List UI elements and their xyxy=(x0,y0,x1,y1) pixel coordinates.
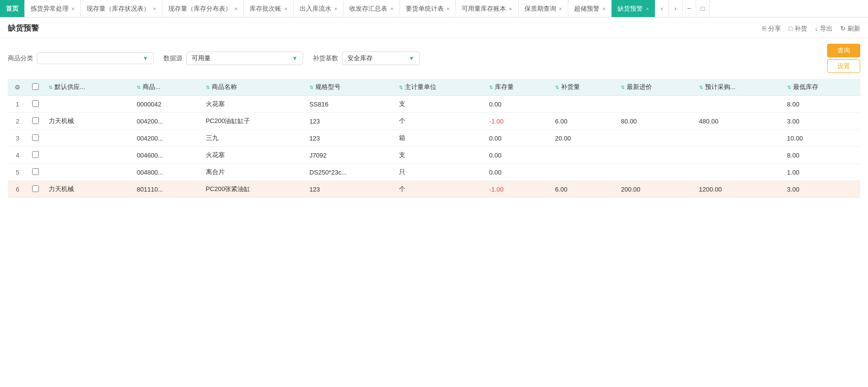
table-row: 2力天机械004200...PC200油缸缸子123个-1.006.0080.0… xyxy=(8,113,860,130)
category-select[interactable]: ▼ xyxy=(37,53,154,64)
row-checkbox-0[interactable] xyxy=(32,100,39,107)
th-stock[interactable]: ⇅库存量 xyxy=(484,79,550,96)
cell-checkbox-5[interactable] xyxy=(27,181,44,198)
row-checkbox-5[interactable] xyxy=(32,185,39,192)
tab-maximize-btn[interactable]: □ xyxy=(696,0,710,18)
th-product-code[interactable]: ⇅商品... xyxy=(132,79,201,96)
th-latest-price[interactable]: ⇅最新进价 xyxy=(616,79,694,96)
settings-button[interactable]: 设置 xyxy=(827,59,860,73)
cell-product-code-4: 004800... xyxy=(132,164,201,181)
cell-checkbox-4[interactable] xyxy=(27,164,44,181)
tab-item-10[interactable]: 超储预警× xyxy=(568,0,612,18)
tab-close-7[interactable]: × xyxy=(447,6,450,12)
cell-unit-5: 个 xyxy=(394,181,484,198)
th-product-name[interactable]: ⇅商品名称 xyxy=(201,79,305,96)
tab-item-0[interactable]: 首页 xyxy=(0,0,25,18)
cell-est-purchase-3 xyxy=(694,147,782,164)
cell-stock-3: 0.00 xyxy=(484,147,550,164)
table-row: 3004200...三九123箱0.0020.0010.00 xyxy=(8,130,860,147)
replenish-action[interactable]: □ 补货 xyxy=(789,24,807,33)
tab-item-7[interactable]: 要货单统计表× xyxy=(400,0,456,18)
th-est-purchase[interactable]: ⇅预计采购... xyxy=(694,79,782,96)
tab-item-2[interactable]: 现存量（库存状况表）× xyxy=(81,0,162,18)
tab-prev-btn[interactable]: ‹ xyxy=(655,0,669,18)
header-checkbox[interactable] xyxy=(32,83,39,90)
tab-label-1: 拣货异常处理 xyxy=(31,4,69,13)
tab-label-0: 首页 xyxy=(6,4,18,13)
cell-spec-1: 123 xyxy=(305,113,394,130)
tab-minimize-btn[interactable]: − xyxy=(683,0,696,18)
tab-close-1[interactable]: × xyxy=(72,6,74,12)
export-icon: ↓ xyxy=(815,25,818,32)
th-checkbox[interactable] xyxy=(27,79,44,96)
tab-close-10[interactable]: × xyxy=(602,6,605,12)
share-action[interactable]: ⎘ 分享 xyxy=(762,24,781,33)
tab-close-11[interactable]: × xyxy=(646,6,649,12)
tab-close-6[interactable]: × xyxy=(390,6,393,12)
cell-latest-price-4 xyxy=(616,164,694,181)
query-button[interactable]: 查询 xyxy=(827,44,860,57)
tab-item-8[interactable]: 可用量库存账本× xyxy=(456,0,518,18)
cell-num-0: 1 xyxy=(8,96,27,113)
replenish-basis-value: 安全库存 xyxy=(347,54,405,63)
tab-next-btn[interactable]: › xyxy=(669,0,683,18)
tab-item-5[interactable]: 出入库流水× xyxy=(294,0,344,18)
row-checkbox-1[interactable] xyxy=(32,117,39,124)
cell-replenish-qty-3 xyxy=(550,147,616,164)
cell-latest-price-5: 200.00 xyxy=(616,181,694,198)
tab-item-6[interactable]: 收发存汇总表× xyxy=(344,0,399,18)
tab-close-4[interactable]: × xyxy=(284,6,287,12)
cell-spec-4: DS250*23c... xyxy=(305,164,394,181)
row-checkbox-2[interactable] xyxy=(32,134,39,141)
datasource-select[interactable]: 可用量 ▼ xyxy=(186,52,303,65)
cell-est-purchase-0 xyxy=(694,96,782,113)
replenish-basis-filter-group: 补货基数 安全库存 ▼ xyxy=(313,52,420,65)
tab-close-8[interactable]: × xyxy=(509,6,512,12)
tab-label-2: 现存量（库存状况表） xyxy=(87,4,150,13)
tab-close-3[interactable]: × xyxy=(235,6,237,12)
cell-supplier-0 xyxy=(44,96,132,113)
cell-supplier-2 xyxy=(44,130,132,147)
refresh-action[interactable]: ↻ 刷新 xyxy=(840,24,860,33)
cell-checkbox-1[interactable] xyxy=(27,113,44,130)
th-min-stock[interactable]: ⇅最低库存 xyxy=(782,79,860,96)
cell-product-code-5: 801110... xyxy=(132,181,201,198)
th-supplier[interactable]: ⇅默认供应... xyxy=(44,79,132,96)
tab-item-4[interactable]: 库存批次账× xyxy=(244,0,293,18)
tab-close-5[interactable]: × xyxy=(334,6,337,12)
table-row: 5004800...离合片DS250*23c...只0.001.00 xyxy=(8,164,860,181)
cell-checkbox-2[interactable] xyxy=(27,130,44,147)
cell-checkbox-0[interactable] xyxy=(27,96,44,113)
datasource-arrow-icon: ▼ xyxy=(292,55,298,62)
row-checkbox-3[interactable] xyxy=(32,151,39,158)
cell-replenish-qty-4 xyxy=(550,164,616,181)
replenish-basis-select[interactable]: 安全库存 ▼ xyxy=(342,52,420,65)
cell-replenish-qty-1: 6.00 xyxy=(550,113,616,130)
tab-close-9[interactable]: × xyxy=(559,6,562,12)
tab-item-3[interactable]: 现存量（库存分布表）× xyxy=(163,0,244,18)
cell-product-code-0: 0000042 xyxy=(132,96,201,113)
cell-product-name-5: PC200张紧油缸 xyxy=(201,181,305,198)
datasource-label: 数据源 xyxy=(163,54,182,63)
tab-close-2[interactable]: × xyxy=(153,6,156,12)
tab-item-11[interactable]: 缺货预警× xyxy=(612,0,655,18)
cell-checkbox-3[interactable] xyxy=(27,147,44,164)
tab-item-9[interactable]: 保质期查询× xyxy=(519,0,568,18)
th-unit[interactable]: ⇅主计量单位 xyxy=(394,79,484,96)
table-row: 10000042火花塞SS816支0.008.00 xyxy=(8,96,860,113)
refresh-icon: ↻ xyxy=(840,25,846,32)
tab-item-1[interactable]: 拣货异常处理× xyxy=(25,0,81,18)
table-row: 6力天机械801110...PC200张紧油缸123个-1.006.00200.… xyxy=(8,181,860,198)
tab-label-5: 出入库流水 xyxy=(300,4,331,13)
share-label: 分享 xyxy=(768,24,781,33)
row-checkbox-4[interactable] xyxy=(32,168,39,175)
cell-est-purchase-2 xyxy=(694,130,782,147)
th-gear[interactable]: ⚙ xyxy=(8,79,27,96)
cell-num-2: 3 xyxy=(8,130,27,147)
th-spec[interactable]: ⇅规格型号 xyxy=(305,79,394,96)
th-replenish-qty[interactable]: ⇅补货量 xyxy=(550,79,616,96)
replenish-basis-arrow-icon: ▼ xyxy=(409,55,415,62)
export-action[interactable]: ↓ 导出 xyxy=(815,24,833,33)
table-header-row: ⚙ ⇅默认供应... ⇅商品... ⇅商品名称 ⇅规格型号 ⇅主计量单位 ⇅库存… xyxy=(8,79,860,96)
table-body: 10000042火花塞SS816支0.008.002力天机械004200...P… xyxy=(8,96,860,198)
